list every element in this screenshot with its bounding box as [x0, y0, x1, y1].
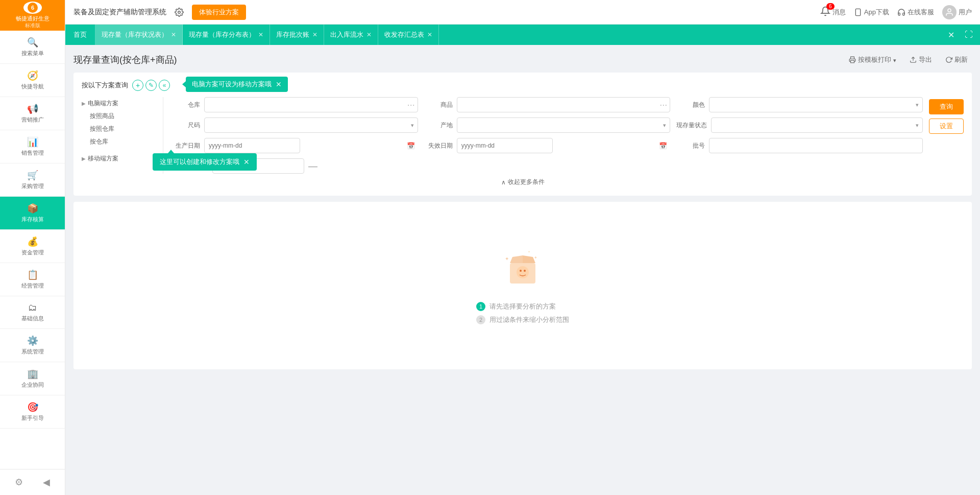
- collapse-row[interactable]: ∧ 收起更多条件: [82, 174, 964, 188]
- industry-btn[interactable]: 体验行业方案: [192, 5, 246, 20]
- notice-btn[interactable]: 6 消息: [820, 6, 846, 18]
- tab-close-1[interactable]: ✕: [258, 32, 263, 38]
- expiry-date-start[interactable]: [457, 138, 553, 153]
- tab-label-4: 收发存汇总表: [384, 30, 424, 39]
- guide-nav-label: 新手引导: [21, 414, 44, 422]
- filter-panel: 电脑方案可设为移动方案哦 ✕ 这里可以创建和修改方案哦 ✕ 按以下方案查询 + …: [74, 73, 972, 196]
- origin-field: 产地 ▾: [424, 117, 671, 133]
- tab-item-2[interactable]: 库存批次账 ✕: [270, 25, 324, 45]
- desktop-scheme-item[interactable]: ▶ 电脑端方案: [82, 97, 157, 110]
- scheme-tooltip-close[interactable]: ✕: [276, 80, 282, 88]
- tab-close-0[interactable]: ✕: [171, 32, 176, 38]
- tab-label-0: 现存量（库存状况表）: [102, 30, 168, 39]
- color-select[interactable]: [709, 97, 923, 112]
- sidebar-item-finance[interactable]: 💰 资金管理: [0, 230, 65, 263]
- system-title: 装备及固定资产辅助管理系统: [74, 8, 166, 17]
- export-btn[interactable]: 导出: [905, 53, 936, 66]
- sidebar-item-system[interactable]: ⚙️ 系统管理: [0, 329, 65, 362]
- empty-tips: 1 请先选择要分析的方案 2 用过滤条件来缩小分析范围: [476, 302, 569, 328]
- inventory-status-select-wrap: ▾: [711, 117, 923, 133]
- sub-item-3[interactable]: 按仓库: [90, 135, 157, 148]
- origin-select-wrap: ▾: [457, 117, 671, 133]
- filter-row-1: 仓库 ··· 商品 ···: [172, 97, 923, 112]
- edit-scheme-btn[interactable]: ✎: [145, 80, 157, 91]
- size-select[interactable]: [204, 117, 418, 133]
- user-label: 用户: [959, 8, 972, 17]
- sidebar-item-inventory[interactable]: 📦 库存核算: [0, 197, 65, 230]
- tab-close-4[interactable]: ✕: [427, 32, 432, 38]
- batch-input[interactable]: [709, 138, 923, 153]
- sidebar-item-enterprise[interactable]: 🏢 企业协同: [0, 362, 65, 395]
- mobile-scheme-item[interactable]: ▶ 移动端方案: [82, 152, 157, 165]
- sales-nav-icon: 📊: [27, 136, 38, 148]
- sidebar-item-basic-info[interactable]: 🗂 基础信息: [0, 296, 65, 329]
- tab-item-0[interactable]: 现存量（库存状况表） ✕: [95, 25, 183, 45]
- system-settings-btn[interactable]: [172, 5, 187, 20]
- scheme-tooltip: 电脑方案可设为移动方案哦 ✕: [186, 77, 288, 92]
- goods-label: 商品: [424, 101, 453, 109]
- origin-select[interactable]: [457, 117, 671, 133]
- marketing-nav-label: 营销推广: [21, 116, 44, 124]
- tab-close-all-btn[interactable]: ✕: [945, 29, 958, 41]
- tab-item-1[interactable]: 现存量（库存分布表） ✕: [183, 25, 270, 45]
- main-area: 装备及固定资产辅助管理系统 体验行业方案 6 消息: [65, 0, 980, 495]
- tab-close-3[interactable]: ✕: [366, 32, 372, 38]
- refresh-btn[interactable]: 刷新: [941, 53, 972, 66]
- tab-label-1: 现存量（库存分布表）: [189, 30, 255, 39]
- online-service-btn[interactable]: 在线客服: [897, 8, 934, 17]
- production-date-start[interactable]: [204, 138, 300, 153]
- print-label: 按模板打印: [858, 55, 891, 64]
- sub-item-2[interactable]: 按照仓库: [90, 123, 157, 135]
- sidebar-item-quick-nav[interactable]: 🧭 快捷导航: [0, 64, 65, 97]
- sidebar-collapse-btn[interactable]: ◀: [41, 475, 52, 490]
- goods-input[interactable]: [457, 97, 671, 112]
- tab-home[interactable]: 首页: [65, 25, 95, 45]
- warehouse-field: 仓库 ···: [172, 97, 418, 112]
- tip-num-1: 1: [476, 302, 485, 311]
- quick-nav-nav-icon: 🧭: [27, 70, 38, 81]
- phone-icon: [854, 8, 862, 16]
- logo-icon: 6: [23, 2, 42, 14]
- sidebar-settings-btn[interactable]: ⚙: [13, 475, 25, 490]
- app-download-btn[interactable]: App下载: [854, 8, 889, 17]
- filter-row-3: 生产日期 📅 失效日期: [172, 138, 923, 153]
- empty-tip-1: 1 请先选择要分析的方案: [476, 302, 569, 311]
- svg-text:✦: ✦: [505, 256, 509, 262]
- batch-input-wrap: [709, 138, 923, 153]
- tab-item-3[interactable]: 出入库流水 ✕: [324, 25, 378, 45]
- tab-expand-btn[interactable]: ⛶: [962, 29, 976, 40]
- tab-close-2[interactable]: ✕: [312, 32, 317, 38]
- print-btn[interactable]: 按模板打印: [845, 53, 900, 66]
- add-scheme-btn[interactable]: +: [132, 80, 143, 91]
- sidebar-item-guide[interactable]: 🎯 新手引导: [0, 395, 65, 429]
- sidebar-item-marketing[interactable]: 📢 营销推广: [0, 97, 65, 130]
- sidebar-item-search-menu[interactable]: 🔍 搜索菜单: [0, 31, 65, 64]
- refresh-icon: [945, 56, 952, 63]
- collapse-chevron-icon: ∧: [501, 179, 506, 186]
- query-buttons: 查询 设置: [923, 97, 964, 134]
- create-scheme-tooltip: 这里可以创建和修改方案哦 ✕: [153, 153, 257, 171]
- warehouse-input[interactable]: [204, 97, 418, 112]
- reset-btn[interactable]: 设置: [929, 119, 964, 134]
- empty-illustration-svg: ✦ ✦ ✦: [497, 243, 548, 294]
- inventory-nav-icon: 📦: [27, 203, 38, 214]
- inventory-status-select[interactable]: [711, 117, 923, 133]
- production-date-field: 生产日期 📅: [172, 138, 418, 153]
- sidebar-item-operations[interactable]: 📋 经营管理: [0, 263, 65, 296]
- query-btn[interactable]: 查询: [929, 99, 964, 114]
- user-menu-btn[interactable]: 用户: [942, 5, 972, 19]
- finance-nav-label: 资金管理: [21, 249, 44, 256]
- app-logo: 6 畅捷通好生意 标准版: [0, 0, 65, 31]
- marketing-nav-icon: 📢: [27, 103, 38, 114]
- create-tooltip-close[interactable]: ✕: [243, 158, 250, 166]
- back-scheme-btn[interactable]: «: [159, 80, 170, 91]
- tab-item-4[interactable]: 收发存汇总表 ✕: [378, 25, 439, 45]
- desktop-scheme-sub: 按照商品 按照仓库 按仓库: [82, 110, 157, 148]
- size-field: 尺码 ▾: [172, 117, 418, 133]
- svg-point-13: [524, 270, 526, 272]
- svg-rect-6: [851, 60, 854, 63]
- system-nav-icon: ⚙️: [27, 335, 38, 346]
- sidebar-item-purchase[interactable]: 🛒 采购管理: [0, 163, 65, 197]
- sidebar-item-sales[interactable]: 📊 销售管理: [0, 130, 65, 163]
- sub-item-1[interactable]: 按照商品: [90, 110, 157, 123]
